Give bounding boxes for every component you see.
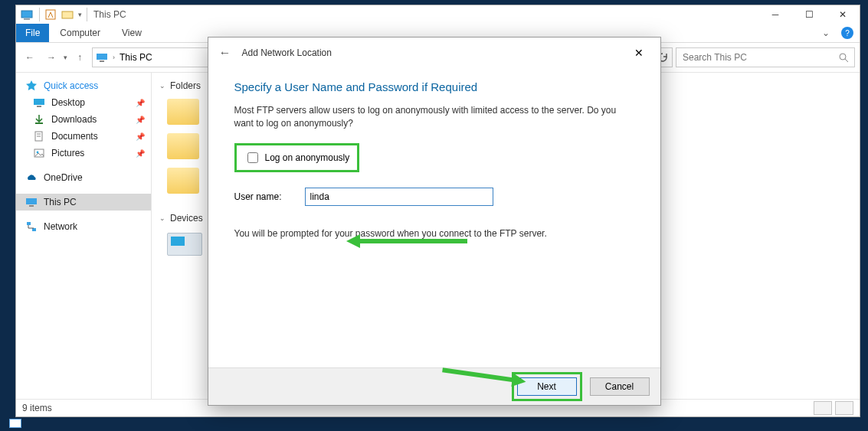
nav-pane: Quick access Desktop 📌 Downloads 📌 Docum… bbox=[16, 73, 152, 399]
qat-dropdown-icon[interactable]: ▾ bbox=[78, 11, 82, 18]
pin-icon: 📌 bbox=[136, 116, 145, 124]
sidebar-quick-access[interactable]: Quick access bbox=[16, 77, 151, 94]
properties-icon[interactable] bbox=[44, 8, 57, 21]
this-pc-icon bbox=[25, 196, 38, 208]
dialog-heading: Specify a User Name and Password if Requ… bbox=[234, 80, 637, 93]
breadcrumb-chevron-icon[interactable]: › bbox=[113, 54, 115, 61]
dialog-footer: Next Cancel bbox=[208, 367, 660, 405]
nav-forward-button[interactable]: → bbox=[42, 48, 61, 67]
drive-icon[interactable] bbox=[167, 233, 202, 256]
search-icon[interactable] bbox=[837, 51, 850, 64]
sidebar-label: Network bbox=[44, 221, 77, 232]
titlebar: ▾ This PC ─ ☐ ✕ bbox=[16, 5, 860, 24]
help-icon[interactable]: ? bbox=[841, 27, 853, 39]
breadcrumb-item[interactable]: This PC bbox=[120, 52, 152, 63]
svg-line-7 bbox=[845, 59, 848, 62]
dialog-description: Most FTP servers allow users to log on a… bbox=[234, 104, 633, 131]
collapse-icon[interactable]: ⌄ bbox=[159, 214, 165, 222]
nav-back-button[interactable]: ← bbox=[21, 48, 39, 67]
svg-rect-10 bbox=[35, 122, 43, 124]
sidebar-onedrive[interactable]: OneDrive bbox=[16, 169, 151, 186]
dialog-title: Add Network Location bbox=[242, 47, 332, 58]
maximize-button[interactable]: ☐ bbox=[792, 5, 826, 24]
tab-computer[interactable]: Computer bbox=[49, 24, 111, 42]
sidebar-item-desktop[interactable]: Desktop 📌 bbox=[16, 94, 151, 111]
collapse-icon[interactable]: ⌄ bbox=[159, 82, 165, 90]
sidebar-item-documents[interactable]: Documents 📌 bbox=[16, 128, 151, 145]
search-box[interactable] bbox=[676, 47, 855, 67]
onedrive-icon bbox=[25, 171, 38, 184]
sidebar-item-label: Pictures bbox=[51, 148, 84, 158]
window-title: This PC bbox=[93, 9, 126, 20]
sidebar-item-label: Downloads bbox=[51, 114, 97, 125]
close-button[interactable]: ✕ bbox=[826, 5, 860, 24]
svg-rect-4 bbox=[97, 54, 107, 60]
add-network-location-dialog: ← Add Network Location ✕ Specify a User … bbox=[208, 37, 661, 406]
svg-rect-3 bbox=[62, 11, 73, 18]
documents-icon bbox=[33, 130, 45, 142]
svg-rect-8 bbox=[34, 99, 44, 105]
new-folder-icon[interactable] bbox=[61, 8, 74, 21]
cancel-button[interactable]: Cancel bbox=[590, 377, 650, 396]
svg-rect-5 bbox=[100, 60, 104, 62]
username-row: User name: bbox=[234, 188, 637, 206]
username-input[interactable] bbox=[305, 188, 493, 206]
search-input[interactable] bbox=[681, 51, 837, 64]
tab-view[interactable]: View bbox=[111, 24, 152, 42]
svg-rect-19 bbox=[32, 228, 36, 231]
sidebar-label: OneDrive bbox=[44, 172, 83, 183]
app-icon bbox=[21, 8, 33, 21]
anonymous-checkbox[interactable] bbox=[247, 152, 258, 163]
minimize-button[interactable]: ─ bbox=[758, 5, 792, 24]
anonymous-checkbox-label[interactable]: Log on anonymously bbox=[265, 152, 350, 163]
sidebar-item-downloads[interactable]: Downloads 📌 bbox=[16, 111, 151, 128]
section-label: Folders bbox=[170, 80, 201, 91]
dialog-titlebar: ← Add Network Location ✕ bbox=[208, 38, 660, 68]
folder-icon[interactable] bbox=[167, 99, 199, 125]
sidebar-this-pc[interactable]: This PC bbox=[16, 194, 151, 211]
tab-file[interactable]: File bbox=[16, 24, 49, 42]
svg-rect-16 bbox=[26, 198, 37, 204]
nav-up-button[interactable]: ↑ bbox=[70, 48, 89, 67]
svg-rect-18 bbox=[27, 222, 31, 225]
pictures-icon bbox=[33, 147, 45, 159]
pin-icon: 📌 bbox=[136, 149, 145, 158]
this-pc-icon bbox=[96, 51, 108, 64]
status-text: 9 items bbox=[22, 403, 52, 413]
folder-icon[interactable] bbox=[167, 133, 199, 159]
sidebar-item-label: Desktop bbox=[51, 97, 85, 108]
view-details-button[interactable] bbox=[814, 401, 832, 415]
ribbon-expand-icon[interactable]: ⌄ bbox=[817, 24, 835, 42]
sidebar-label: This PC bbox=[44, 197, 77, 207]
svg-rect-9 bbox=[37, 106, 41, 107]
anonymous-checkbox-highlight: Log on anonymously bbox=[234, 143, 360, 172]
folder-icon[interactable] bbox=[167, 168, 199, 194]
downloads-icon bbox=[33, 113, 45, 126]
username-label: User name: bbox=[234, 191, 294, 202]
sidebar-item-label: Documents bbox=[51, 131, 98, 142]
view-toggle bbox=[814, 401, 853, 415]
dialog-back-button[interactable]: ← bbox=[215, 46, 236, 60]
pin-icon: 📌 bbox=[136, 99, 145, 107]
quick-access-toolbar: ▾ bbox=[39, 8, 87, 21]
nav-history-dropdown[interactable]: ▾ bbox=[64, 54, 67, 61]
sidebar-network[interactable]: Network bbox=[16, 218, 151, 235]
pin-icon: 📌 bbox=[136, 132, 145, 141]
sidebar-item-pictures[interactable]: Pictures 📌 bbox=[16, 145, 151, 162]
svg-rect-1 bbox=[24, 18, 30, 20]
svg-rect-17 bbox=[29, 205, 34, 207]
desktop-icon bbox=[33, 96, 45, 109]
dialog-close-button[interactable]: ✕ bbox=[624, 41, 654, 65]
section-label: Devices bbox=[170, 213, 203, 224]
svg-rect-0 bbox=[21, 11, 32, 18]
star-icon bbox=[25, 80, 38, 92]
dialog-body: Specify a User Name and Password if Requ… bbox=[208, 68, 660, 367]
taskbar-monitor-icon bbox=[9, 419, 21, 428]
network-icon bbox=[25, 220, 38, 233]
svg-point-6 bbox=[840, 54, 846, 60]
sidebar-label: Quick access bbox=[44, 80, 98, 91]
view-icons-button[interactable] bbox=[835, 401, 853, 415]
